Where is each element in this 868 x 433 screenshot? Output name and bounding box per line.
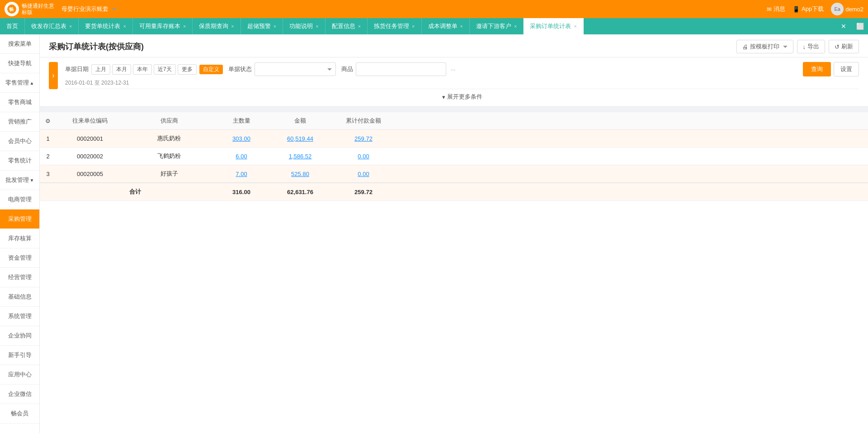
cell-amount[interactable]: 1,586.52 (269, 148, 332, 165)
sidebar-item-member-service[interactable]: 畅会员 (0, 404, 39, 423)
sidebar-item-retail-mgmt[interactable]: 零售管理 ▲ (0, 73, 39, 93)
search-button[interactable]: 查询 (803, 62, 831, 76)
top-bar-left: 畅 畅捷通好生意 标版 母婴行业演示账套 (5, 2, 117, 16)
close-icon[interactable]: × (574, 24, 576, 29)
table-row: 1 00020001 惠氏奶粉 303.00 60,519.44 259.72 (40, 130, 868, 148)
sidebar-item-app-center[interactable]: 应用中心 (0, 365, 39, 385)
cell-supplier: 好孩子 (124, 165, 214, 183)
cell-qty[interactable]: 303.00 (214, 130, 269, 148)
expand-more-conditions[interactable]: ▾ 展开更多条件 (65, 89, 859, 101)
sidebar-item-inventory[interactable]: 库存核算 (0, 229, 39, 248)
logo-text: 畅捷通好生意 标版 (22, 3, 54, 16)
date-btn-7days[interactable]: 近7天 (154, 64, 176, 75)
sidebar-item-quicknav[interactable]: 快捷导航 (0, 54, 39, 73)
nav-maximize-btn[interactable]: ⬜ (852, 18, 868, 34)
th-amount: 金额 (269, 112, 332, 130)
th-code: 往来单位编码 (56, 112, 124, 130)
sidebar-item-finance[interactable]: 资金管理 (0, 248, 39, 268)
main-content: 采购订单统计表(按供应商) 🖨 按模板打印 ↓ 导出 ↺ 刷新 (40, 34, 868, 433)
tab-pick-task[interactable]: 拣货任务管理 × (368, 18, 421, 34)
sidebar-item-search[interactable]: 搜索菜单 (0, 34, 39, 54)
date-btn-this-month[interactable]: 本月 (112, 64, 131, 75)
nav-close-btn[interactable]: ✕ (835, 18, 852, 34)
close-icon[interactable]: × (231, 24, 234, 29)
tab-order-stats[interactable]: 要货单统计表 × (79, 18, 132, 34)
cell-seq: 2 (40, 148, 56, 165)
cell-supplier: 惠氏奶粉 (124, 130, 214, 148)
sidebar-item-wholesale-mgmt[interactable]: 批发管理 ▼ (0, 171, 39, 190)
sidebar-item-marketing[interactable]: 营销推广 (0, 112, 39, 132)
tab-collect-summary[interactable]: 收发存汇总表 × (25, 18, 79, 34)
sidebar-item-newbie-guide[interactable]: 新手引导 (0, 346, 39, 365)
close-icon[interactable]: × (183, 24, 186, 29)
purchase-order-table: ⚙ 往来单位编码 供应商 主数量 金额 累计付款金额 1 00020001 惠氏… (40, 112, 868, 201)
export-button[interactable]: ↓ 导出 (797, 40, 826, 53)
status-select[interactable] (255, 62, 336, 76)
user-avatar[interactable]: Ea demo2 (831, 3, 863, 15)
tab-config-info[interactable]: 配置信息 × (326, 18, 368, 34)
close-icon[interactable]: × (514, 24, 517, 29)
cell-seq: 1 (40, 130, 56, 148)
goods-input[interactable] (356, 62, 446, 76)
cell-paid[interactable]: 259.72 (332, 130, 395, 148)
filter-content: 单据日期 上月 本月 本年 近7天 更多 自定义 单据状态 (65, 62, 859, 101)
logo-area: 畅 畅捷通好生意 标版 (5, 2, 54, 16)
close-icon[interactable]: × (274, 24, 276, 29)
filter-collapse-toggle[interactable]: › (49, 62, 58, 89)
date-btn-last-month[interactable]: 上月 (91, 64, 110, 75)
sidebar-item-system[interactable]: 系统管理 (0, 307, 39, 326)
th-settings[interactable]: ⚙ (40, 112, 56, 130)
th-paid: 累计付款金额 (332, 112, 395, 130)
top-bar: 畅 畅捷通好生意 标版 母婴行业演示账套 ✉ 消息 📱 App下载 Ea dem… (0, 0, 868, 18)
main-layout: 搜索菜单 快捷导航 零售管理 ▲ 零售商城 营销推广 会员中心 零售统计 批发管… (0, 34, 868, 433)
cell-amount[interactable]: 525.80 (269, 165, 332, 183)
sidebar-item-ecommerce[interactable]: 电商管理 (0, 190, 39, 209)
summary-qty: 316.00 (214, 183, 269, 201)
cell-qty[interactable]: 6.00 (214, 148, 269, 165)
close-icon[interactable]: × (316, 24, 318, 29)
sidebar-item-wechat[interactable]: 企业微信 (0, 385, 39, 404)
date-custom-tag[interactable]: 自定义 (199, 65, 223, 74)
tab-expiry-query[interactable]: 保质期查询 × (193, 18, 241, 34)
print-icon: 🖨 (742, 43, 748, 50)
sidebar-item-operations[interactable]: 经营管理 (0, 268, 39, 287)
close-icon[interactable]: × (460, 24, 463, 29)
sidebar-item-retail-stats[interactable]: 零售统计 (0, 151, 39, 171)
summary-amount: 62,631.76 (269, 183, 332, 201)
workspace-chevron-icon (112, 8, 117, 10)
print-button[interactable]: 🖨 按模板打印 (736, 40, 793, 53)
close-icon[interactable]: × (69, 24, 72, 29)
avatar-image: Ea (831, 3, 844, 15)
tab-home[interactable]: 首页 (0, 18, 25, 34)
app-icon: 📱 (793, 6, 800, 13)
sidebar-item-basic-info[interactable]: 基础信息 (0, 287, 39, 307)
date-btn-this-year[interactable]: 本年 (133, 64, 152, 75)
tab-available-inventory[interactable]: 可用量库存账本 × (133, 18, 193, 34)
close-icon[interactable]: × (358, 24, 361, 29)
cell-paid[interactable]: 0.00 (332, 148, 395, 165)
goods-more-btn[interactable]: ··· (449, 66, 458, 73)
workspace-selector[interactable]: 母婴行业演示账套 (58, 5, 117, 13)
page-title: 采购订单统计表(按供应商) (49, 41, 144, 52)
cell-paid[interactable]: 0.00 (332, 165, 395, 183)
sidebar-item-enterprise-collab[interactable]: 企业协同 (0, 326, 39, 346)
close-icon[interactable]: × (123, 24, 126, 29)
date-btn-more[interactable]: 更多 (178, 64, 197, 75)
app-download-btn[interactable]: 📱 App下载 (793, 5, 824, 13)
message-btn[interactable]: ✉ 消息 (767, 5, 785, 13)
expand-icon: ▾ (442, 94, 445, 100)
tab-cost-adjust[interactable]: 成本调整单 × (422, 18, 470, 34)
table-header-row: ⚙ 往来单位编码 供应商 主数量 金额 累计付款金额 (40, 112, 868, 130)
tab-overstock-warning[interactable]: 超储预警 × (241, 18, 283, 34)
sidebar-item-member-center[interactable]: 会员中心 (0, 132, 39, 151)
sidebar-item-purchase-mgmt[interactable]: 采购管理 (0, 209, 39, 229)
settings-button[interactable]: 设置 (834, 62, 859, 76)
sidebar-item-retail-mall[interactable]: 零售商城 (0, 93, 39, 112)
refresh-button[interactable]: ↺ 刷新 (829, 40, 859, 53)
close-icon[interactable]: × (412, 24, 415, 29)
tab-purchase-order-stats[interactable]: 采购订单统计表 × (524, 18, 583, 34)
tab-invite-downstream[interactable]: 邀请下游客户 × (470, 18, 524, 34)
cell-qty[interactable]: 7.00 (214, 165, 269, 183)
cell-amount[interactable]: 60,519.44 (269, 130, 332, 148)
tab-function-desc[interactable]: 功能说明 × (283, 18, 325, 34)
